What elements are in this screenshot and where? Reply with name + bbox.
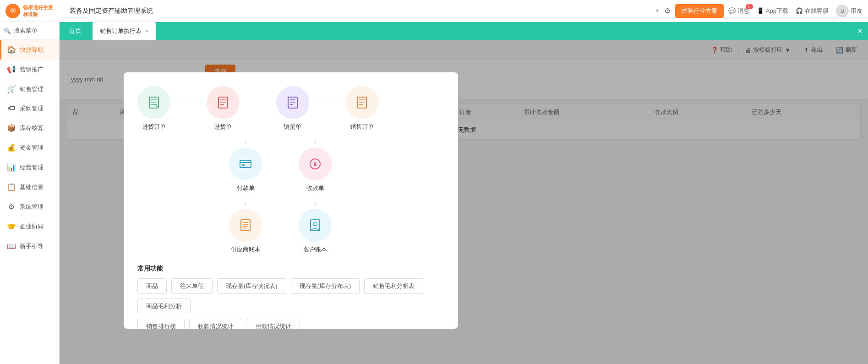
inventory-icon: 📦 <box>7 124 16 132</box>
logo-icon: ⑥ <box>5 4 20 18</box>
common-functions: 常用功能 商品 往来单位 现存量(库存状况表) 现存量(库存分布表) 销售毛利分… <box>137 265 444 329</box>
flow-down-arrow-1: ↓ <box>244 137 247 146</box>
svg-rect-12 <box>357 97 366 108</box>
function-buttons-2: 销售排行榜 收款情况统计 付款情况统计 <box>137 319 444 329</box>
sidebar-item-quick-nav[interactable]: 🏠 快捷导航 <box>0 40 59 60</box>
experience-button[interactable]: 体验行业方案 <box>675 4 724 18</box>
system-title: 装备及固定资产辅助管理系统 <box>70 7 650 15</box>
func-btn-receipt-stats[interactable]: 收款情况统计 <box>189 319 242 329</box>
svg-rect-16 <box>240 160 251 168</box>
sales-bill-icon <box>276 86 309 119</box>
sidebar-item-enterprise[interactable]: 🤝 企业协同 <box>0 217 59 236</box>
system-dropdown-arrow[interactable]: ▼ <box>655 8 660 13</box>
search-menu-button[interactable]: 🔍 搜索菜单 <box>0 22 59 40</box>
content-area: 首页 销售订单执行表 × × ❓ 帮助 <box>60 22 868 364</box>
finance-icon: 💰 <box>7 143 16 152</box>
sidebar-item-marketing[interactable]: 📢 营销推广 <box>0 60 59 79</box>
sidebar-item-basic[interactable]: 📋 基础信息 <box>0 177 59 197</box>
sidebar-item-inventory[interactable]: 📦 库存核算 <box>0 118 59 138</box>
func-btn-stock-status[interactable]: 现存量(库存状况表) <box>217 278 286 294</box>
receipt-icon: ¥ <box>299 147 332 180</box>
user-avatar: U <box>836 5 849 17</box>
tab-home[interactable]: 首页 <box>60 22 91 40</box>
sales-icon: 🛒 <box>7 85 16 93</box>
sidebar-item-newbie[interactable]: 📖 新手引导 <box>0 236 59 256</box>
svg-rect-21 <box>241 220 250 231</box>
message-icon: 💬 <box>728 7 736 14</box>
message-badge: 5 <box>746 4 753 9</box>
flow-node-sales-bill[interactable]: 销货单 <box>276 86 309 131</box>
tab-bar: 首页 销售订单执行表 × × <box>60 22 868 40</box>
sidebar-item-operations[interactable]: 📊 经营管理 <box>0 158 59 177</box>
flow-node-supplier-account[interactable]: 供应商账本 <box>229 209 262 254</box>
tab-sales-order[interactable]: 销售订单执行表 × <box>93 22 156 40</box>
sidebar: 🔍 搜索菜单 🏠 快捷导航 📢 营销推广 🛒 销售管理 🏷 采购管理 📦 <box>0 22 60 364</box>
function-buttons: 商品 往来单位 现存量(库存状况表) 现存量(库存分布表) 销售毛利分析表 商品… <box>137 278 444 314</box>
logo-area: ⑥ 畅康通好生意 标准版 <box>5 4 65 18</box>
app-icon: 📱 <box>757 7 764 14</box>
func-btn-sales-rank[interactable]: 销售排行榜 <box>137 319 185 329</box>
flow-arrow-1: - - - - → <box>170 98 207 105</box>
flow-node-payment[interactable]: 付款单 <box>229 147 262 192</box>
func-btn-product-gross[interactable]: 商品毛利分析 <box>137 299 191 314</box>
close-all-tabs-button[interactable]: × <box>857 27 863 36</box>
func-btn-product[interactable]: 商品 <box>137 278 167 294</box>
operations-icon: 📊 <box>7 163 16 172</box>
page-content: ❓ 帮助 🖨 按模板打印 ▼ ⬆ 导出 <box>60 40 868 364</box>
func-btn-payment-stats[interactable]: 付款情况统计 <box>247 319 300 329</box>
func-btn-stock-dist[interactable]: 现存量(库存分布表) <box>291 278 360 294</box>
search-icon: 🔍 <box>4 27 11 34</box>
customer-account-icon <box>299 209 332 242</box>
basic-icon: 📋 <box>7 183 16 191</box>
purchase-bill-icon <box>207 86 240 119</box>
message-button[interactable]: 💬 消息 5 <box>728 7 749 15</box>
enterprise-icon: 🤝 <box>7 222 16 231</box>
sidebar-item-system[interactable]: ⚙ 系统管理 <box>0 197 59 217</box>
purchase-icon: 🏷 <box>7 104 16 113</box>
flow-down-arrow-2: ↓ <box>313 137 317 146</box>
modal-box: 进货订单 - - - - → 进货单 <box>124 72 458 329</box>
sales-order-icon <box>345 86 378 119</box>
payment-icon <box>229 147 262 180</box>
func-btn-partner[interactable]: 往来单位 <box>171 278 213 294</box>
sidebar-item-sales[interactable]: 🛒 销售管理 <box>0 79 59 99</box>
newbie-icon: 📖 <box>7 242 16 250</box>
flow-node-sales-order[interactable]: 销售订单 <box>345 86 378 131</box>
func-btn-sales-gross[interactable]: 销售毛利分析表 <box>364 278 423 294</box>
svg-rect-26 <box>311 220 320 231</box>
service-icon: 🎧 <box>796 7 803 14</box>
tab-close-button[interactable]: × <box>145 28 148 34</box>
purchase-order-icon <box>137 86 170 119</box>
sidebar-item-finance[interactable]: 💰 资金管理 <box>0 138 59 158</box>
flow-node-receipt[interactable]: ¥ 收款单 <box>299 147 332 192</box>
online-service-button[interactable]: 🎧 在线客服 <box>796 7 829 15</box>
supplier-account-icon <box>229 209 262 242</box>
gear-button[interactable]: ⚙ <box>664 6 671 15</box>
flow-down-arrow-4: ↓ <box>313 199 317 207</box>
modal-overlay[interactable]: 进货订单 - - - - → 进货单 <box>60 40 868 364</box>
tab-bar-right: × <box>857 27 868 36</box>
svg-point-27 <box>313 222 317 226</box>
home-icon: 🏠 <box>7 45 16 54</box>
system-icon: ⚙ <box>7 202 16 211</box>
svg-rect-18 <box>242 164 245 166</box>
common-functions-title: 常用功能 <box>137 265 444 273</box>
flow-node-purchase-order[interactable]: 进货订单 <box>137 86 170 131</box>
svg-rect-4 <box>218 97 228 108</box>
marketing-icon: 📢 <box>7 65 16 74</box>
svg-text:¥: ¥ <box>314 161 317 168</box>
sidebar-item-purchase[interactable]: 🏷 采购管理 <box>0 99 59 118</box>
flow-node-purchase-bill[interactable]: 进货单 <box>207 86 240 131</box>
flow-arrow-2: ← - - - - <box>309 98 345 105</box>
user-menu[interactable]: U 用友 <box>836 5 863 17</box>
flow-node-customer-account[interactable]: 客户账本 <box>299 209 332 254</box>
top-actions: 💬 消息 5 📱 App下载 🎧 在线客服 U 用友 <box>728 5 863 17</box>
app-download-button[interactable]: 📱 App下载 <box>757 7 788 15</box>
flow-down-arrow-3: ↓ <box>244 199 247 207</box>
svg-rect-8 <box>288 97 297 108</box>
logo-text: 畅康通好生意 标准版 <box>23 4 53 17</box>
